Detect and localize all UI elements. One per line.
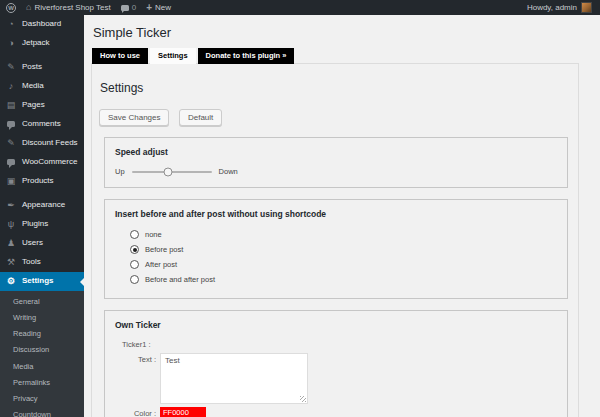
- ticker1-textarea-wrap: Test: [160, 353, 308, 404]
- submenu-item-general[interactable]: General: [0, 294, 84, 310]
- site-name-link[interactable]: ⌂ Riverforest Shop Test: [26, 3, 111, 12]
- ticker1-text-label: Text :: [115, 353, 160, 364]
- sidebar-item-users[interactable]: ♟ Users: [0, 234, 84, 253]
- ticker1-color-label: Color :: [115, 407, 160, 417]
- default-button[interactable]: Default: [179, 109, 222, 127]
- speed-slider-track[interactable]: [132, 171, 212, 173]
- posts-icon: ✎: [6, 63, 16, 72]
- home-icon: ⌂: [26, 3, 31, 12]
- submenu-item-permalinks[interactable]: Permalinks: [0, 375, 84, 391]
- plugin-tabs: How to use Settings Donate to this plugi…: [92, 48, 579, 64]
- sidebar-item-jetpack[interactable]: ◑ Jetpack: [0, 34, 84, 53]
- my-account-menu[interactable]: Howdy, admin: [527, 2, 592, 13]
- pushpin-icon: ✎: [6, 139, 16, 148]
- sidebar-item-label: Tools: [22, 258, 41, 267]
- own-ticker-title: Own Ticker: [115, 320, 557, 330]
- sidebar-item-label: Appearance: [22, 201, 65, 210]
- radio-label: Before post: [145, 245, 183, 254]
- sidebar-item-products[interactable]: ▣ Products: [0, 172, 84, 191]
- sidebar-item-label: Settings: [22, 277, 54, 286]
- submenu-item-countdown-woocommerce-sale[interactable]: Countdown WooCommerce Sale: [0, 407, 84, 417]
- wordpress-logo-icon: W: [6, 3, 16, 13]
- tab-settings[interactable]: Settings: [150, 48, 196, 64]
- radio-button[interactable]: [130, 245, 139, 254]
- dashboard-icon: ◔: [6, 20, 16, 29]
- sidebar-item-label: Media: [22, 82, 44, 91]
- admin-bar-comments[interactable]: 0: [121, 3, 136, 12]
- sidebar-item-label: Discount Feeds: [22, 139, 78, 148]
- new-content-menu[interactable]: + New: [146, 3, 171, 13]
- sidebar-item-plugins[interactable]: ψ Plugins: [0, 215, 84, 234]
- sidebar-item-label: WooCommerce: [22, 158, 77, 167]
- insert-post-title: Insert before and after post without usi…: [115, 209, 557, 219]
- user-avatar: [581, 2, 592, 13]
- admin-sidebar: ◔ Dashboard ◑ Jetpack ✎ Posts ♪ Media ▤ …: [0, 15, 84, 417]
- radio-label: none: [145, 230, 162, 239]
- settings-submenu: General Writing Reading Discussion Media…: [0, 291, 84, 417]
- new-label: New: [155, 3, 171, 12]
- insert-post-panel: Insert before and after post without usi…: [104, 199, 568, 299]
- radio-option-before-post[interactable]: Before post: [130, 242, 557, 257]
- action-buttons-row: Save Changes Default: [99, 106, 570, 127]
- settings-icon: ⚙: [6, 277, 16, 286]
- howdy-text: Howdy, admin: [527, 3, 577, 12]
- tools-icon: ⚒: [6, 258, 16, 267]
- sidebar-item-settings[interactable]: ⚙ Settings: [0, 272, 84, 291]
- own-ticker-panel: Own Ticker Ticker1 : Text : Test Color :…: [104, 310, 568, 417]
- sidebar-item-label: Users: [22, 239, 43, 248]
- ticker1-label: Ticker1 :: [122, 340, 557, 349]
- submenu-item-reading[interactable]: Reading: [0, 326, 84, 342]
- tab-how-to-use[interactable]: How to use: [92, 48, 148, 64]
- users-icon: ♟: [6, 239, 16, 248]
- save-changes-button[interactable]: Save Changes: [99, 109, 169, 127]
- submenu-item-discussion[interactable]: Discussion: [0, 342, 84, 358]
- comments-icon: [6, 120, 16, 129]
- slider-down-label: Down: [219, 167, 238, 176]
- sidebar-item-label: Comments: [22, 120, 61, 129]
- radio-option-before-and-after-post[interactable]: Before and after post: [130, 272, 557, 287]
- sidebar-item-woocommerce[interactable]: WooCommerce: [0, 153, 84, 172]
- radio-button[interactable]: [130, 230, 139, 239]
- ticker1-color-input[interactable]: [160, 407, 206, 417]
- ticker1-text-input[interactable]: Test: [160, 353, 308, 404]
- sidebar-item-dashboard[interactable]: ◔ Dashboard: [0, 15, 84, 34]
- sidebar-item-label: Plugins: [22, 220, 48, 229]
- radio-label: After post: [145, 260, 177, 269]
- woocommerce-icon: [6, 158, 16, 167]
- sidebar-item-appearance[interactable]: ✒ Appearance: [0, 196, 84, 215]
- tab-donate[interactable]: Donate to this plugin »: [198, 48, 295, 64]
- plus-icon: +: [146, 3, 152, 13]
- sidebar-item-label: Pages: [22, 101, 45, 110]
- speed-slider-handle[interactable]: [164, 167, 173, 176]
- speed-adjust-panel: Speed adjust Up Down: [104, 137, 568, 188]
- submenu-item-writing[interactable]: Writing: [0, 310, 84, 326]
- settings-heading: Settings: [100, 81, 570, 95]
- radio-button[interactable]: [130, 260, 139, 269]
- radio-button[interactable]: [130, 275, 139, 284]
- page-title: Simple Ticker: [93, 25, 579, 40]
- comments-bubble-icon: [121, 5, 129, 11]
- sidebar-item-label: Products: [22, 177, 54, 186]
- radio-option-after-post[interactable]: After post: [130, 257, 557, 272]
- sidebar-item-comments[interactable]: Comments: [0, 115, 84, 134]
- speed-adjust-title: Speed adjust: [115, 147, 557, 157]
- jetpack-icon: ◑: [6, 39, 16, 48]
- radio-option-none[interactable]: none: [130, 227, 557, 242]
- submenu-item-media[interactable]: Media: [0, 359, 84, 375]
- insert-post-radio-group: none Before post After post Before and a…: [130, 227, 557, 287]
- main-content: Simple Ticker How to use Settings Donate…: [84, 15, 600, 417]
- submenu-item-privacy[interactable]: Privacy: [0, 391, 84, 407]
- sidebar-item-media[interactable]: ♪ Media: [0, 77, 84, 96]
- admin-bar: W ⌂ Riverforest Shop Test 0 + New Howdy,…: [0, 0, 600, 15]
- radio-label: Before and after post: [145, 275, 215, 284]
- wp-logo-menu[interactable]: W: [6, 3, 16, 13]
- sidebar-item-posts[interactable]: ✎ Posts: [0, 58, 84, 77]
- sidebar-item-discount-feeds[interactable]: ✎ Discount Feeds: [0, 134, 84, 153]
- settings-tab-panel: Settings Save Changes Default Speed adju…: [91, 63, 579, 417]
- sidebar-item-pages[interactable]: ▤ Pages: [0, 96, 84, 115]
- speed-slider-row: Up Down: [115, 167, 557, 176]
- appearance-icon: ✒: [6, 201, 16, 210]
- site-name: Riverforest Shop Test: [34, 3, 110, 12]
- plugins-icon: ψ: [6, 220, 16, 229]
- sidebar-item-tools[interactable]: ⚒ Tools: [0, 253, 84, 272]
